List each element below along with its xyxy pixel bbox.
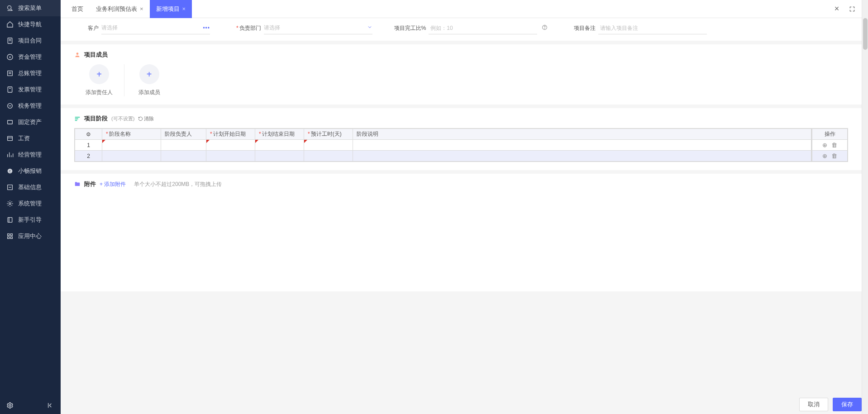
scrollbar[interactable]	[862, 0, 868, 414]
tabs-bar: 首页 业务利润预估表 × 新增项目 × ×	[61, 0, 862, 18]
home-icon	[6, 21, 14, 28]
add-owner-button[interactable]: + 添加责任人	[74, 64, 124, 96]
select-placeholder: 请选择	[264, 24, 280, 32]
select-placeholder: 请选择	[101, 24, 118, 32]
customer-select[interactable]: 请选择 •••	[101, 22, 210, 34]
close-panel-icon[interactable]: ×	[832, 4, 842, 14]
sidebar-item-quick-nav[interactable]: 快捷导航	[0, 16, 61, 33]
table-row[interactable]: 2	[75, 151, 811, 162]
members-title: 项目成员	[84, 51, 108, 59]
cell-name[interactable]	[102, 151, 161, 162]
svg-point-0	[8, 6, 11, 10]
phases-icon	[74, 115, 81, 122]
add-member-button[interactable]: + 添加成员	[124, 64, 174, 96]
add-owner-label: 添加责任人	[86, 89, 113, 96]
svg-point-31	[76, 52, 79, 55]
salary-icon	[6, 135, 14, 142]
sidebar-item-xiaochang-reim[interactable]: C 小畅报销	[0, 163, 61, 179]
asset-icon	[6, 119, 14, 126]
sidebar-item-fixed-assets[interactable]: 固定资产	[0, 114, 61, 130]
svg-point-21	[9, 203, 11, 205]
chart-icon	[6, 151, 14, 158]
row-index: 1	[75, 140, 102, 151]
sidebar-item-app-center[interactable]: 应用中心	[0, 228, 61, 244]
delete-row-icon[interactable]: 🗑	[831, 142, 837, 148]
sidebar-label: 系统管理	[18, 200, 42, 208]
sidebar-item-operation-mgmt[interactable]: 经营管理	[0, 147, 61, 163]
sidebar-label: 应用中心	[18, 232, 42, 240]
members-icon	[74, 52, 81, 58]
sidebar-item-tax-mgmt[interactable]: 税务管理	[0, 98, 61, 114]
svg-rect-32	[75, 117, 80, 118]
table-row[interactable]: 1	[75, 140, 811, 151]
sidebar-item-basic-info[interactable]: 基础信息	[0, 179, 61, 195]
tab-profit-estimate[interactable]: 业务利润预估表 ×	[90, 0, 150, 18]
tab-home[interactable]: 首页	[65, 0, 90, 18]
sidebar-item-project-contract[interactable]: 项目合同	[0, 33, 61, 49]
col-ops: 操作	[812, 129, 848, 140]
sidebar-item-newbie-guide[interactable]: 新手引导	[0, 212, 61, 228]
cancel-button[interactable]: 取消	[799, 398, 828, 411]
cell-start[interactable]	[206, 151, 255, 162]
save-button[interactable]: 保存	[833, 398, 862, 411]
col-gear[interactable]: ⚙	[75, 129, 102, 140]
sidebar-item-ledger-mgmt[interactable]: 总账管理	[0, 65, 61, 81]
help-icon[interactable]	[542, 24, 548, 32]
cell-end[interactable]	[255, 140, 304, 151]
sidebar-item-invoice-mgmt[interactable]: 发票管理	[0, 81, 61, 98]
close-icon[interactable]: ×	[182, 5, 186, 12]
cell-hours[interactable]	[304, 151, 353, 162]
cell-end[interactable]	[255, 151, 304, 162]
row-index: 2	[75, 151, 102, 162]
customer-label: 客户	[88, 24, 99, 32]
sidebar-label: 快捷导航	[18, 20, 42, 29]
add-row-icon[interactable]: ⊕	[822, 142, 827, 148]
svg-rect-15	[8, 136, 13, 140]
scrollbar-thumb[interactable]	[863, 18, 868, 50]
chevron-down-icon	[367, 24, 372, 31]
cell-name[interactable]	[102, 140, 161, 151]
cell-owner[interactable]	[161, 151, 206, 162]
cell-desc[interactable]	[353, 140, 811, 151]
tab-new-project[interactable]: 新增项目 ×	[150, 0, 192, 18]
money-icon: ¥	[6, 53, 14, 61]
completion-input[interactable]	[429, 22, 537, 34]
close-icon[interactable]: ×	[140, 5, 143, 12]
delete-row-icon[interactable]: 🗑	[831, 152, 837, 159]
settings-icon[interactable]	[6, 402, 14, 410]
dept-label: *负责部门	[236, 24, 261, 32]
sidebar-label: 发票管理	[18, 86, 42, 94]
sidebar-item-search-menu[interactable]: 搜索菜单	[0, 0, 61, 16]
add-attachment-button[interactable]: + 添加附件	[100, 181, 126, 188]
apps-icon	[6, 233, 14, 240]
members-section: 项目成员 + 添加责任人 + 添加成员	[61, 44, 862, 105]
tab-label: 业务利润预估表	[96, 5, 137, 13]
cell-owner[interactable]	[161, 140, 206, 151]
info-icon	[6, 184, 14, 191]
sidebar-footer	[0, 398, 61, 414]
clear-phases-button[interactable]: 清除	[138, 115, 154, 122]
svg-rect-14	[8, 120, 13, 124]
sidebar-item-system-mgmt[interactable]: 系统管理	[0, 195, 61, 212]
svg-rect-33	[75, 118, 78, 119]
invoice-icon	[6, 86, 14, 93]
add-row-icon[interactable]: ⊕	[822, 152, 827, 159]
dept-select[interactable]: 请选择	[264, 22, 372, 34]
more-icon: •••	[203, 25, 210, 31]
col-phase-desc: 阶段说明	[353, 129, 811, 140]
form-row-top: 客户 请选择 ••• *负责部门 请选择	[61, 18, 862, 41]
content: 客户 请选择 ••• *负责部门 请选择	[61, 18, 862, 414]
sidebar-label: 经营管理	[18, 151, 42, 159]
cell-desc[interactable]	[353, 151, 811, 162]
collapse-icon[interactable]	[47, 402, 54, 410]
sidebar-item-fund-mgmt[interactable]: ¥ 资金管理	[0, 49, 61, 65]
cell-start[interactable]	[206, 140, 255, 151]
cell-hours[interactable]	[304, 140, 353, 151]
fullscreen-icon[interactable]	[847, 4, 857, 14]
remark-input[interactable]	[598, 22, 707, 34]
system-icon	[6, 200, 14, 207]
sidebar-label: 小畅报销	[18, 167, 42, 175]
sidebar-label: 新手引导	[18, 216, 42, 224]
sidebar-label: 固定资产	[18, 118, 42, 126]
sidebar-item-salary[interactable]: 工资	[0, 130, 61, 147]
